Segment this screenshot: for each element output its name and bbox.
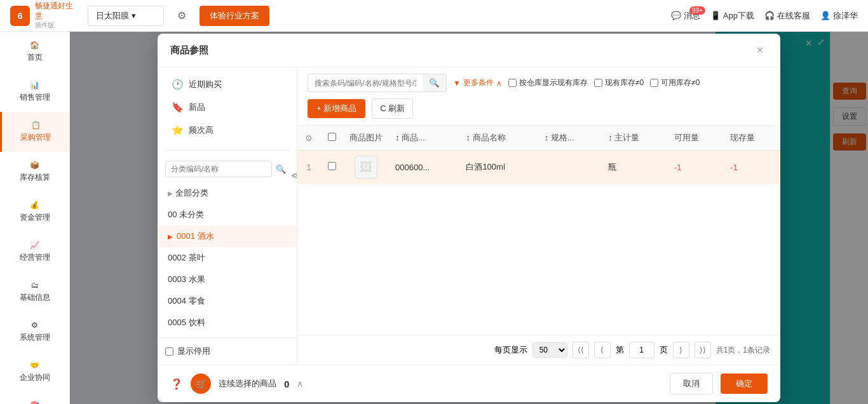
usable-stock-label[interactable]: 可用库存≠0	[650, 77, 700, 88]
category-0003[interactable]: 0003 水果	[158, 269, 297, 290]
th-stock: 现存量	[724, 126, 780, 151]
row-unit: 瓶	[602, 151, 668, 184]
sidebar-item-finance[interactable]: 💰 资金管理	[0, 192, 69, 232]
nav-right: 💬 消息 99+ 📱 App下载 🎧 在线客服 👤 徐泽华	[671, 10, 858, 22]
category-00[interactable]: 00 未分类	[158, 204, 297, 226]
logo-text: 畅捷通好生意	[35, 1, 80, 21]
sidebar-item-sales[interactable]: 📊 销售管理	[0, 72, 69, 112]
sidebar-item-inventory[interactable]: 📦 库存核算	[0, 152, 69, 192]
row-spec	[538, 151, 602, 184]
add-product-button[interactable]: + 新增商品	[308, 99, 365, 118]
show-disabled-label[interactable]: 显示停用	[177, 346, 210, 357]
page-prev-button[interactable]: ⟨	[594, 342, 611, 358]
sidebar-item-purchase[interactable]: 📋 采购管理	[0, 112, 69, 152]
headset-icon: 🎧	[764, 11, 775, 20]
logo-sub: 插件版	[35, 21, 80, 30]
content-area: × ⤢ 查询 设置 刷新 商品参照 ×	[70, 32, 868, 404]
cancel-button[interactable]: 取消	[670, 373, 713, 394]
row-select-checkbox[interactable]	[328, 162, 336, 170]
by-warehouse-checkbox[interactable]	[508, 79, 517, 87]
refresh-product-button[interactable]: C 刷新	[372, 98, 413, 119]
page-number-input[interactable]	[629, 342, 654, 358]
th-checkbox	[320, 126, 343, 151]
store-dropdown[interactable]: 日太阳膜 ▾	[88, 6, 164, 26]
confirm-button[interactable]: 确定	[721, 374, 768, 394]
user-item[interactable]: 👤 徐泽华	[820, 10, 858, 22]
product-search-button[interactable]: 🔍	[423, 74, 446, 91]
settings-icon[interactable]: ⚙	[172, 6, 192, 26]
purchase-icon: 📋	[31, 121, 41, 130]
service-item[interactable]: 🎧 在线客服	[764, 10, 810, 22]
usable-stock-checkbox[interactable]	[650, 79, 658, 87]
available-stock-checkbox[interactable]	[594, 79, 602, 87]
modal-header: 商品参照 ×	[158, 34, 780, 67]
modal-right-panel: 🔍 ▼ 更多条件 ∧ 按仓库显示现有库存	[297, 67, 780, 365]
sidebar-item-business[interactable]: 📈 经营管理	[0, 232, 69, 272]
message-badge: 99+	[689, 6, 705, 15]
continuous-label: 连续选择的商品	[219, 378, 276, 389]
chevron-up-icon[interactable]: ∧	[297, 379, 303, 389]
modal-close-button[interactable]: ×	[752, 43, 768, 58]
sidebar-item-guide[interactable]: 🎯 新手引导	[0, 392, 69, 404]
collapse-icon[interactable]: ≪	[286, 168, 297, 182]
top-nav: 6 畅捷通好生意 插件版 日太阳膜 ▾ ⚙ 体验行业方案 💬 消息 99+ 📱 …	[0, 0, 868, 32]
page-label: 第	[616, 344, 624, 356]
new-icon: 🔖	[172, 102, 184, 113]
th-settings[interactable]: ⚙	[297, 126, 320, 151]
page-last-button[interactable]: ⟩⟩	[695, 342, 711, 358]
product-search-input[interactable]	[308, 76, 423, 91]
product-reference-modal: 商品参照 × 🕐 近期购买 🔖	[158, 34, 780, 402]
filter-more-button[interactable]: ▼ 更多条件 ∧	[453, 77, 502, 88]
inventory-icon: 📦	[30, 161, 39, 170]
experience-btn[interactable]: 体验行业方案	[200, 6, 269, 26]
message-item[interactable]: 💬 消息 99+	[671, 10, 700, 22]
category-search-icon[interactable]: 🔍	[276, 165, 286, 174]
app-download-item[interactable]: 📱 App下载	[710, 10, 754, 22]
page-next-button[interactable]: ⟩	[673, 342, 689, 358]
category-search-wrap: 🔍	[165, 156, 286, 182]
page-first-button[interactable]: ⟨⟨	[573, 342, 589, 358]
category-0005[interactable]: 0005 饮料	[158, 312, 297, 333]
page-unit: 页	[660, 344, 668, 356]
cart-icon: 🛒	[191, 374, 211, 394]
filter-chevron-icon: ∧	[496, 79, 502, 88]
guide-icon: 🎯	[30, 401, 39, 404]
sidebar-item-corp[interactable]: 🤝 企业协同	[0, 352, 69, 392]
modal-title: 商品参照	[170, 44, 208, 57]
row-code: 000600...	[389, 151, 459, 184]
sidebar-item-system[interactable]: ⚙ 系统管理	[0, 312, 69, 352]
row-index: 1	[297, 151, 320, 184]
sidebar-item-home[interactable]: 🏠 首页	[0, 32, 69, 72]
app-icon: 📱	[710, 11, 721, 20]
logo-area: 6 畅捷通好生意 插件版	[10, 1, 80, 30]
modal-body: 🕐 近期购买 🔖 新品 ⭐ 频次高	[158, 67, 780, 365]
table-row[interactable]: 1 🖼	[297, 151, 780, 184]
modal-footer: ❓ 🛒 连续选择的商品 0 ∧ 取消 确定	[158, 365, 780, 402]
product-table: ⚙ 商品图片 ↕ 商品...	[297, 126, 780, 184]
category-arrow-all: ▶	[168, 190, 173, 197]
category-0004[interactable]: 0004 零食	[158, 290, 297, 312]
help-icon[interactable]: ❓	[170, 378, 183, 390]
new-product-nav[interactable]: 🔖 新品	[165, 97, 289, 118]
row-stock: -1	[724, 151, 780, 184]
category-0001[interactable]: ▶ 0001 酒水	[158, 226, 297, 247]
modal-toolbar: 🔍 ▼ 更多条件 ∧ 按仓库显示现有库存	[297, 67, 780, 126]
cart-count: 0	[284, 379, 289, 389]
per-page-select[interactable]: 50 10 20 100	[532, 342, 567, 358]
sidebar-item-basic[interactable]: 🗂 基础信息	[0, 272, 69, 312]
by-warehouse-label[interactable]: 按仓库显示现有库存	[508, 77, 588, 88]
per-page-label: 每页显示	[494, 344, 527, 356]
high-freq-nav[interactable]: ⭐ 频次高	[165, 119, 289, 141]
show-disabled-checkbox[interactable]	[165, 347, 173, 356]
category-0002[interactable]: 0002 茶叶	[158, 247, 297, 269]
select-all-checkbox[interactable]	[328, 133, 336, 141]
product-table-container: ⚙ 商品图片 ↕ 商品...	[297, 126, 780, 335]
recent-purchase-nav[interactable]: 🕐 近期购买	[165, 74, 289, 95]
system-icon: ⚙	[31, 321, 38, 330]
user-icon: 👤	[820, 11, 831, 20]
category-list: ▶ 全部分类 00 未分类 ▶ 0001 酒水 0002 茶	[158, 182, 297, 337]
category-search-input[interactable]	[165, 161, 272, 177]
available-stock-label[interactable]: 现有库存≠0	[594, 77, 644, 88]
message-icon: 💬	[671, 11, 681, 20]
category-all[interactable]: ▶ 全部分类	[158, 182, 297, 204]
